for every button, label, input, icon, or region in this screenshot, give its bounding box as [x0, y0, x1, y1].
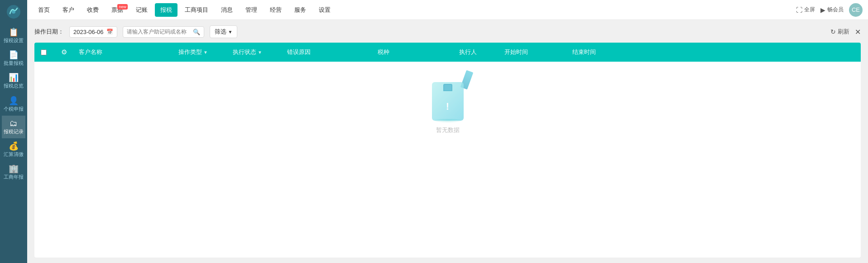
nav-item-gongshang-xiangmu[interactable]: 工商项目: [179, 3, 214, 17]
nav-item-guanli[interactable]: 管理: [240, 3, 263, 17]
nav-item-jingying[interactable]: 经营: [264, 3, 287, 17]
th-executor: 执行人: [456, 48, 501, 56]
sidebar-icon-baoshui-zonglan: 📊: [9, 73, 19, 82]
sidebar: 📋报税设置📄批量报税📊报税总览👤个税申报🗂报税记录💰汇算清缴🏢工商年报: [0, 0, 27, 263]
svg-point-1: [12, 10, 15, 14]
sidebar-item-huisuan-jiaona[interactable]: 💰汇算清缴: [2, 138, 25, 161]
filter-label: 筛选: [215, 28, 226, 36]
empty-illustration: !: [425, 71, 470, 121]
content: 操作日期： 2023-06-06 📅 🔍 筛选 ▼ ↻ 刷新 ✕: [27, 20, 868, 263]
nav-badge-piaoju: new: [117, 4, 128, 10]
table-scroll-area[interactable]: ! 暂无数据: [34, 62, 861, 258]
fullscreen-icon: ⛶: [796, 6, 802, 14]
th-label-executor: 执行人: [459, 48, 477, 56]
member-icon: ▶: [820, 6, 825, 14]
sidebar-icon-huisuan-jiaona: 💰: [9, 142, 19, 150]
sidebar-icon-geshui-shenbao: 👤: [9, 97, 19, 105]
sidebar-label-baoshui-jilu: 报税记录: [4, 129, 24, 135]
sidebar-icon-piliang-baoshui: 📄: [9, 51, 19, 59]
th-tax-type: 税种: [374, 48, 456, 56]
calendar-icon: 📅: [106, 29, 113, 35]
sidebar-item-geshui-shenbao[interactable]: 👤个税申报: [2, 93, 25, 116]
topnav-items: 首页客户收费票据new记账报税工商项目消息管理经营服务设置: [33, 3, 796, 17]
sidebar-label-piliang-baoshui: 批量报税: [4, 60, 24, 66]
sidebar-logo[interactable]: [5, 4, 22, 20]
avatar[interactable]: CE: [849, 3, 863, 17]
th-label-exec-status: 执行状态: [233, 48, 256, 56]
sort-icon-operation-type: ▼: [203, 50, 208, 55]
sidebar-label-gongshang-nianbao: 工商年报: [4, 174, 24, 180]
sort-icon-exec-status: ▼: [258, 50, 262, 55]
sidebar-label-baoshui-shezhi: 报税设置: [4, 38, 24, 44]
refresh-label: 刷新: [838, 28, 849, 36]
th-label-end-time: 结束时间: [572, 48, 596, 56]
exclamation-icon: !: [446, 101, 449, 112]
fullscreen-button[interactable]: ⛶ 全屏: [796, 6, 815, 14]
th-operation-type[interactable]: 操作类型▼: [175, 48, 229, 56]
fullscreen-label: 全屏: [804, 6, 815, 14]
table-header: ⚙客户名称操作类型▼执行状态▼错误原因税种执行人开始时间结束时间: [34, 43, 861, 62]
nav-item-baoshui[interactable]: 报税: [155, 3, 177, 17]
th-label-start-time: 开始时间: [504, 48, 528, 56]
sidebar-icon-baoshui-jilu: 🗂: [10, 119, 18, 127]
nav-item-jizhangg[interactable]: 记账: [130, 3, 153, 17]
date-input[interactable]: 2023-06-06 📅: [69, 26, 117, 38]
toolbar: 操作日期： 2023-06-06 📅 🔍 筛选 ▼ ↻ 刷新 ✕: [34, 25, 861, 38]
date-label: 操作日期：: [34, 28, 64, 36]
filter-button[interactable]: 筛选 ▼: [210, 25, 238, 38]
close-button[interactable]: ✕: [855, 28, 861, 36]
sidebar-item-piliang-baoshui[interactable]: 📄批量报税: [2, 47, 25, 70]
th-checkbox: [34, 49, 53, 55]
th-end-time: 结束时间: [569, 48, 628, 56]
toolbar-right: ↻ 刷新 ✕: [830, 28, 861, 36]
table-container: ⚙客户名称操作类型▼执行状态▼错误原因税种执行人开始时间结束时间 ! 暂: [34, 43, 861, 258]
sidebar-item-gongshang-nianbao[interactable]: 🏢工商年报: [2, 161, 25, 184]
nav-item-shoufei[interactable]: 收费: [82, 3, 104, 17]
th-label-error-reason: 错误原因: [287, 48, 311, 56]
th-exec-status[interactable]: 执行状态▼: [229, 48, 283, 56]
select-all-checkbox[interactable]: [41, 49, 47, 55]
sidebar-label-huisuan-jiaona: 汇算清缴: [4, 151, 24, 157]
sidebar-icon-gongshang-nianbao: 🏢: [9, 165, 19, 173]
drop-shadow: [434, 119, 461, 122]
search-icon: 🔍: [193, 29, 200, 35]
sidebar-icon-baoshui-shezhi: 📋: [9, 28, 19, 36]
member-label: 畅会员: [827, 6, 844, 14]
clipboard-clip: [443, 84, 452, 91]
nav-item-shezhi[interactable]: 设置: [313, 3, 336, 17]
topnav-right: ⛶ 全屏 ▶ 畅会员 CE: [796, 3, 863, 17]
refresh-icon: ↻: [830, 28, 836, 35]
refresh-button[interactable]: ↻ 刷新: [830, 28, 849, 36]
th-start-time: 开始时间: [501, 48, 569, 56]
member-button[interactable]: ▶ 畅会员: [820, 6, 844, 14]
nav-item-fuwu[interactable]: 服务: [289, 3, 312, 17]
date-value: 2023-06-06: [73, 29, 104, 35]
sidebar-item-baoshui-zonglan[interactable]: 📊报税总览: [2, 70, 25, 93]
sidebar-label-geshui-shenbao: 个税申报: [4, 106, 24, 112]
chevron-down-icon: ▼: [228, 29, 233, 34]
search-box[interactable]: 🔍: [123, 26, 204, 38]
empty-state: ! 暂无数据: [34, 62, 861, 143]
gear-icon[interactable]: ⚙: [61, 48, 67, 56]
th-label-tax-type: 税种: [378, 48, 389, 56]
nav-item-shouye[interactable]: 首页: [33, 3, 55, 17]
nav-item-xiaoxi[interactable]: 消息: [216, 3, 238, 17]
topnav: 首页客户收费票据new记账报税工商项目消息管理经营服务设置 ⛶ 全屏 ▶ 畅会员…: [27, 0, 868, 20]
nav-item-piaoju[interactable]: 票据new: [106, 3, 129, 17]
th-client-name: 客户名称: [75, 48, 175, 56]
th-gear: ⚙: [53, 48, 75, 56]
clipboard-body: !: [432, 82, 464, 121]
sidebar-item-baoshui-jilu[interactable]: 🗂报税记录: [2, 116, 25, 138]
nav-item-kehu[interactable]: 客户: [57, 3, 80, 17]
th-label-operation-type: 操作类型: [178, 48, 202, 56]
th-label-client-name: 客户名称: [79, 48, 102, 56]
th-error-reason: 错误原因: [283, 48, 374, 56]
main-area: 首页客户收费票据new记账报税工商项目消息管理经营服务设置 ⛶ 全屏 ▶ 畅会员…: [27, 0, 868, 263]
sidebar-label-baoshui-zonglan: 报税总览: [4, 83, 24, 89]
empty-text: 暂无数据: [436, 126, 460, 134]
search-input[interactable]: [127, 29, 190, 35]
sidebar-item-baoshui-shezhi[interactable]: 📋报税设置: [2, 24, 25, 47]
